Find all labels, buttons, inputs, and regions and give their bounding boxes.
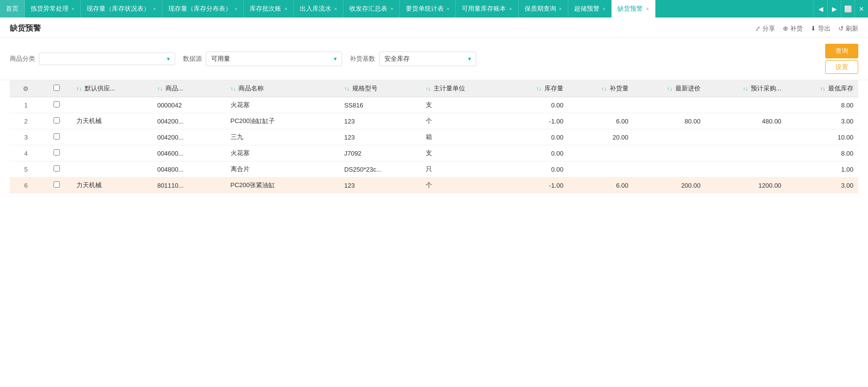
tab-shortage[interactable]: 缺货预警 × xyxy=(612,0,655,18)
th-stock: ↑↓ 库存量 xyxy=(503,80,568,97)
sort-goods-name-icon[interactable]: ↑↓ xyxy=(231,86,236,91)
cell-supplier xyxy=(72,129,152,145)
window-restore[interactable]: ⬜ xyxy=(841,0,854,18)
page-header: 缺货预警 ⤤ 分享 ⊕ 补货 ⬇ 导出 ↺ 刷新 xyxy=(0,18,868,38)
refresh-button[interactable]: ↺ 刷新 xyxy=(838,24,858,33)
share-button[interactable]: ⤤ 分享 xyxy=(755,24,775,33)
tab-close-available-ledger[interactable]: × xyxy=(509,6,512,12)
tab-close-expiry[interactable]: × xyxy=(559,6,562,12)
tab-nav-next[interactable]: ▶ xyxy=(827,0,841,18)
tab-available-ledger[interactable]: 可用量库存账本 × xyxy=(456,0,518,18)
cell-min-stock: 3.00 xyxy=(786,113,858,129)
tab-home[interactable]: 首页 xyxy=(0,0,25,18)
share-icon: ⤤ xyxy=(755,25,760,32)
cell-stock: 0.00 xyxy=(503,145,568,161)
sort-supplier-icon[interactable]: ↑↓ xyxy=(76,86,82,91)
sort-replenish-icon[interactable]: ↑↓ xyxy=(601,86,607,91)
sort-spec-icon[interactable]: ↑↓ xyxy=(344,86,349,91)
filter-category-select[interactable]: ▾ xyxy=(39,53,175,65)
sort-latest-price-icon[interactable]: ↑↓ xyxy=(667,86,672,91)
table-row[interactable]: 3 004200... 三九 123 箱 0.00 20.00 10.00 xyxy=(10,129,858,145)
sort-est-purchase-icon[interactable]: ↑↓ xyxy=(742,86,748,91)
cell-goods-name: 离合片 xyxy=(226,161,340,177)
table-container: ⚙ ↑↓ 默认供应... ↑↓ 商品... ↑↓ 商品 xyxy=(0,80,868,194)
th-est-purchase: ↑↓ 预计采购... xyxy=(705,80,786,97)
cell-supplier: 力天机械 xyxy=(72,113,152,129)
tab-inventory-status[interactable]: 现存量（库存状况表） × xyxy=(81,0,162,18)
gear-icon[interactable]: ⚙ xyxy=(23,85,29,92)
table-body: 1 0000042 火花塞 SS816 支 0.00 8.00 2 力天机械 0… xyxy=(10,97,858,194)
tab-demand-stats[interactable]: 要货单统计表 × xyxy=(400,0,456,18)
cell-est-purchase xyxy=(705,145,786,161)
cell-checkbox[interactable] xyxy=(42,113,72,129)
tab-overstock[interactable]: 超储预警 × xyxy=(568,0,612,18)
table-row[interactable]: 2 力天机械 004200... PC200油缸缸子 123 个 -1.00 6… xyxy=(10,113,858,129)
tab-receive-send[interactable]: 收发存汇总表 × xyxy=(344,0,399,18)
cell-min-stock: 8.00 xyxy=(786,145,858,161)
cell-min-stock: 3.00 xyxy=(786,177,858,194)
th-checkbox[interactable] xyxy=(42,80,72,97)
row-checkbox[interactable] xyxy=(54,165,60,172)
tab-nav-prev[interactable]: ◀ xyxy=(814,0,827,18)
cell-latest-price: 80.00 xyxy=(633,113,705,129)
tab-close-overstock[interactable]: × xyxy=(602,6,605,12)
tab-batch[interactable]: 库存批次账 × xyxy=(244,0,293,18)
window-close[interactable]: ✕ xyxy=(854,0,868,18)
filter-category-group: 商品分类 ▾ xyxy=(10,53,175,65)
tab-close-shortage[interactable]: × xyxy=(646,6,649,12)
filter-basis-select[interactable]: 安全库存 ▾ xyxy=(379,52,476,66)
cell-est-purchase xyxy=(705,129,786,145)
replenish-icon: ⊕ xyxy=(783,25,788,32)
table-row[interactable]: 5 004800... 离合片 DS250*23c... 只 0.00 1.00 xyxy=(10,161,858,177)
tab-inventory-dist[interactable]: 现存量（库存分布表） × xyxy=(163,0,244,18)
cell-unit: 箱 xyxy=(421,129,504,145)
cell-checkbox[interactable] xyxy=(42,129,72,145)
tab-expiry[interactable]: 保质期查询 × xyxy=(519,0,568,18)
tab-close-batch[interactable]: × xyxy=(284,6,287,12)
row-checkbox[interactable] xyxy=(54,149,60,156)
query-button[interactable]: 查询 xyxy=(825,44,858,58)
replenish-button[interactable]: ⊕ 补货 xyxy=(783,24,803,33)
table-row[interactable]: 4 004600... 火花塞 J7092 支 0.00 8.00 xyxy=(10,145,858,161)
row-checkbox[interactable] xyxy=(54,181,60,188)
row-checkbox[interactable] xyxy=(54,133,60,140)
filter-datasource-select[interactable]: 可用量 ▾ xyxy=(206,52,342,66)
cell-goods-name: PC200油缸缸子 xyxy=(226,113,340,129)
th-latest-price: ↑↓ 最新进价 xyxy=(633,80,705,97)
tab-inout-flow[interactable]: 出入库流水 × xyxy=(294,0,344,18)
sort-stock-icon[interactable]: ↑↓ xyxy=(536,86,542,91)
sort-goods-code-icon[interactable]: ↑↓ xyxy=(157,86,163,91)
tab-close-inout-flow[interactable]: × xyxy=(334,6,337,12)
cell-spec: 123 xyxy=(339,177,420,194)
cell-checkbox[interactable] xyxy=(42,177,72,194)
cell-est-purchase xyxy=(705,97,786,113)
tab-close-receive-send[interactable]: × xyxy=(390,6,393,12)
table-row[interactable]: 1 0000042 火花塞 SS816 支 0.00 8.00 xyxy=(10,97,858,113)
tab-close-inventory-dist[interactable]: × xyxy=(235,6,237,12)
tab-close-demand-stats[interactable]: × xyxy=(447,6,450,12)
cell-min-stock: 1.00 xyxy=(786,161,858,177)
row-checkbox[interactable] xyxy=(54,101,60,107)
tab-close-inventory-status[interactable]: × xyxy=(153,6,156,12)
tab-nav-buttons: ◀ ▶ ⬜ ✕ xyxy=(814,0,868,18)
cell-latest-price xyxy=(633,145,705,161)
table-row[interactable]: 6 力天机械 801110... PC200张紧油缸 123 个 -1.00 6… xyxy=(10,177,858,194)
cell-spec: J7092 xyxy=(339,145,420,161)
sort-min-stock-icon[interactable]: ↑↓ xyxy=(820,86,825,91)
tab-bar: 首页 拣货异常处理 × 现存量（库存状况表） × 现存量（库存分布表） × 库存… xyxy=(0,0,868,18)
settings-button[interactable]: 设置 xyxy=(825,60,858,74)
export-button[interactable]: ⬇ 导出 xyxy=(811,24,831,33)
cell-checkbox[interactable] xyxy=(42,161,72,177)
th-goods-code: ↑↓ 商品... xyxy=(152,80,225,97)
cell-checkbox[interactable] xyxy=(42,97,72,113)
cell-checkbox[interactable] xyxy=(42,145,72,161)
tab-abnormal[interactable]: 拣货异常处理 × xyxy=(25,0,81,18)
tab-close-abnormal[interactable]: × xyxy=(72,6,74,12)
select-all-checkbox[interactable] xyxy=(54,85,60,91)
sort-unit-icon[interactable]: ↑↓ xyxy=(426,86,431,91)
filter-bar: 商品分类 ▾ 数据源 可用量 ▾ 补货基数 安全库存 ▾ 查询 设置 xyxy=(0,38,868,80)
th-settings[interactable]: ⚙ xyxy=(10,80,42,97)
row-checkbox[interactable] xyxy=(54,117,60,123)
cell-unit: 支 xyxy=(421,97,504,113)
data-table: ⚙ ↑↓ 默认供应... ↑↓ 商品... ↑↓ 商品 xyxy=(10,80,858,194)
